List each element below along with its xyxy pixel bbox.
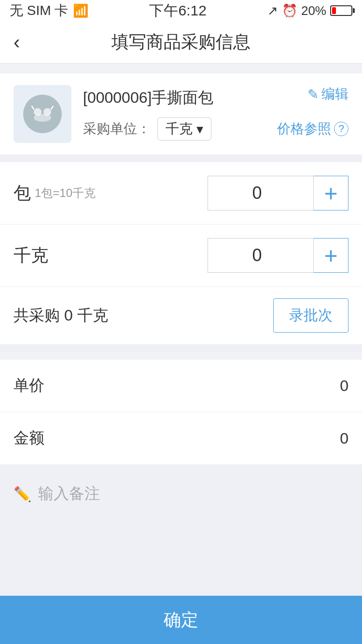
status-left: 无 SIM 卡 📶 <box>10 1 88 20</box>
pencil-icon: ✏️ <box>14 486 31 503</box>
wifi-icon: 📶 <box>73 3 88 18</box>
product-card: [0000006]手撕面包 采购单位： 千克 ▾ 价格参照 ? ✎ 编辑 <box>0 73 362 154</box>
product-thumbnail <box>14 85 71 143</box>
edit-button[interactable]: ✎ 编辑 <box>307 85 348 103</box>
separator-1 <box>0 154 362 162</box>
bao-quantity-input[interactable] <box>208 176 314 210</box>
bao-plus-button[interactable]: + <box>314 176 348 210</box>
unit-label: 采购单位： <box>83 120 151 138</box>
product-logo <box>23 95 62 133</box>
confirm-label: 确定 <box>164 608 198 632</box>
status-right: ↗ ⏰ 20% <box>267 3 352 18</box>
kg-input-row: 千克 + <box>0 224 362 287</box>
kg-plus-button[interactable]: + <box>314 238 348 273</box>
help-icon[interactable]: ? <box>334 122 348 136</box>
notes-section[interactable]: ✏️ 输入备注 <box>0 465 362 523</box>
detail-section: 单价 0 金额 0 <box>0 360 362 465</box>
price-row: 单价 0 <box>0 360 362 412</box>
amount-value: 0 <box>340 430 348 448</box>
bao-sub-label: 1包=10千克 <box>35 185 96 201</box>
page-title: 填写商品采购信息 <box>111 30 251 54</box>
input-section: 包 1包=10千克 + 千克 + <box>0 162 362 287</box>
separator-2 <box>0 344 362 352</box>
summary-row: 共采购 0 千克 录批次 <box>0 287 362 344</box>
unit-select[interactable]: 千克 ▾ <box>157 117 211 140</box>
kg-label: 千克 <box>14 244 48 267</box>
price-label: 单价 <box>14 375 44 396</box>
price-ref-button[interactable]: 价格参照 ? <box>277 120 348 138</box>
battery-pct: 20% <box>301 3 326 18</box>
notes-placeholder: 输入备注 <box>38 483 100 504</box>
back-button[interactable]: ‹ <box>14 31 20 53</box>
edit-icon: ✎ <box>307 86 319 102</box>
kg-quantity-input[interactable] <box>208 238 314 273</box>
svg-point-2 <box>34 114 51 122</box>
price-value: 0 <box>340 377 348 395</box>
unit-value: 千克 <box>166 120 193 138</box>
bao-label: 包 <box>14 182 31 205</box>
nav-bar: ‹ 填写商品采购信息 <box>0 21 362 64</box>
alarm-icon: ⏰ <box>282 3 297 18</box>
location-icon: ↗ <box>267 3 278 18</box>
battery-icon <box>330 5 352 16</box>
no-sim-label: 无 SIM 卡 <box>10 1 68 20</box>
kg-input-controls: + <box>208 238 348 273</box>
bao-input-controls: + <box>208 176 348 210</box>
price-ref-label: 价格参照 <box>277 120 331 138</box>
svg-line-4 <box>51 106 53 109</box>
battery-fill <box>332 7 336 14</box>
amount-label: 金额 <box>14 428 44 449</box>
edit-label: 编辑 <box>321 85 348 103</box>
status-bar: 无 SIM 卡 📶 下午6:12 ↗ ⏰ 20% <box>0 0 362 21</box>
record-batch-button[interactable]: 录批次 <box>273 298 348 333</box>
status-time: 下午6:12 <box>149 1 206 21</box>
logo-svg <box>28 104 57 124</box>
confirm-button[interactable]: 确定 <box>0 596 362 644</box>
product-unit-row: 采购单位： 千克 ▾ 价格参照 ? <box>83 117 348 140</box>
bao-input-row: 包 1包=10千克 + <box>0 162 362 224</box>
chevron-down-icon: ▾ <box>196 121 203 137</box>
svg-line-3 <box>32 106 34 109</box>
amount-row: 金额 0 <box>0 412 362 465</box>
summary-text: 共采购 0 千克 <box>14 305 108 326</box>
